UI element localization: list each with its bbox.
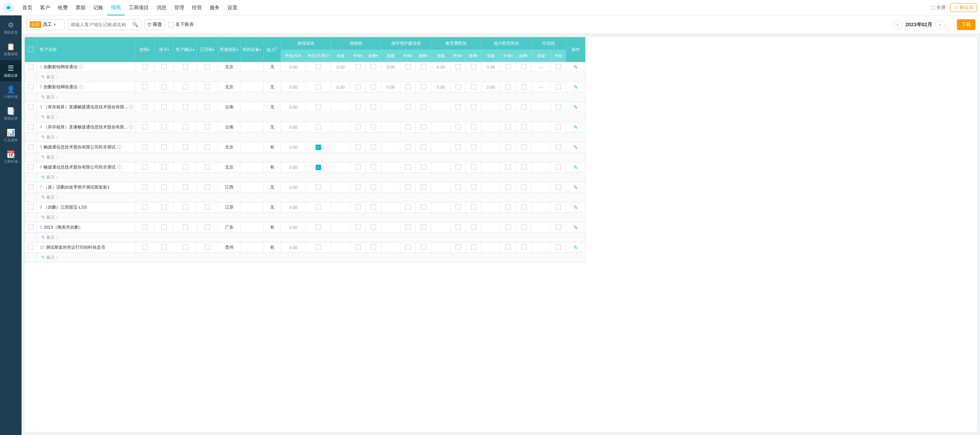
row-checkbox[interactable] [25, 122, 37, 132]
row-wanshui[interactable] [197, 182, 218, 192]
row-cs-sb[interactable] [400, 142, 416, 152]
row-edit[interactable]: ✎ [566, 182, 585, 192]
row-zz-sb[interactable] [350, 142, 366, 152]
row-checkbox[interactable] [25, 223, 37, 233]
row-caiwu-month[interactable] [306, 182, 331, 192]
row-zz-sb[interactable] [350, 162, 366, 172]
row-cs-sb[interactable] [400, 102, 416, 112]
row-wanshui[interactable] [197, 202, 218, 212]
row-edit[interactable]: ✎ [566, 162, 585, 172]
row-checkbox[interactable] [25, 243, 37, 253]
nav-charge[interactable]: 收费 [54, 0, 72, 15]
row-wanshui[interactable] [197, 82, 218, 92]
row-df-jf[interactable] [516, 102, 531, 112]
row-jy-jf[interactable] [466, 102, 481, 112]
row-yh-sb[interactable] [551, 62, 566, 72]
row-zz-jf[interactable] [366, 122, 381, 132]
row-qing[interactable] [155, 182, 174, 192]
row-caiwu-month[interactable] [306, 82, 331, 92]
row-yh-sb[interactable] [551, 102, 566, 112]
row-wanshui[interactable] [197, 223, 218, 233]
row-chao[interactable] [135, 162, 155, 172]
sidebar-item-jilu[interactable]: 📑 报税记录 [0, 103, 22, 125]
row-confirm[interactable] [174, 122, 197, 132]
row-jy-sb[interactable] [450, 202, 466, 212]
row-cs-sb[interactable] [400, 223, 416, 233]
row-chao[interactable] [135, 223, 155, 233]
row-cs-sb[interactable] [400, 202, 416, 212]
row-checkbox[interactable] [25, 102, 37, 112]
row-cs-sb[interactable] [400, 122, 416, 132]
row-cs-jf[interactable] [416, 182, 431, 192]
nav-settings[interactable]: 设置 [224, 0, 241, 15]
row-chao[interactable] [135, 182, 155, 192]
row-df-jf[interactable] [516, 223, 531, 233]
row-jy-sb[interactable] [450, 223, 466, 233]
row-zz-sb[interactable] [350, 182, 366, 192]
row-confirm[interactable] [174, 162, 197, 172]
nav-message[interactable]: 消息 [153, 0, 170, 15]
row-chao[interactable] [135, 142, 155, 152]
row-qing[interactable] [155, 223, 174, 233]
row-zz-jf[interactable] [366, 102, 381, 112]
row-wanshui[interactable] [197, 142, 218, 152]
row-cs-sb[interactable] [400, 62, 416, 72]
row-jy-sb[interactable] [450, 142, 466, 152]
row-caiwu-month[interactable] [306, 243, 331, 253]
row-yh-sb[interactable] [551, 162, 566, 172]
row-qing[interactable] [155, 202, 174, 212]
row-cs-jf[interactable] [416, 82, 431, 92]
prev-month-btn[interactable]: ‹ [893, 20, 903, 29]
row-zz-jf[interactable] [366, 82, 381, 92]
row-qing[interactable] [155, 243, 174, 253]
row-chao[interactable] [135, 82, 155, 92]
row-cs-sb[interactable] [400, 243, 416, 253]
nav-industry[interactable]: 工商项目 [125, 0, 153, 15]
table-container[interactable]: 客户名称 抄税▾ 清卡▾ 客户确认▾ 已完税▾ 所属地区▾ 税控设备▾ 收入C … [25, 37, 977, 432]
row-jy-sb[interactable] [450, 62, 466, 72]
row-cs-jf[interactable] [416, 223, 431, 233]
row-jy-sb[interactable] [450, 122, 466, 132]
nav-service[interactable]: 服务 [206, 0, 224, 15]
row-checkbox[interactable] [25, 62, 37, 72]
row-chao[interactable] [135, 243, 155, 253]
row-edit[interactable]: ✎ [566, 223, 585, 233]
row-zz-jf[interactable] [366, 142, 381, 152]
row-confirm[interactable] [174, 62, 197, 72]
row-caiwu-month[interactable] [306, 62, 331, 72]
row-cs-jf[interactable] [416, 162, 431, 172]
row-cs-sb[interactable] [400, 182, 416, 192]
row-df-jf[interactable] [516, 142, 531, 152]
row-jy-jf[interactable] [466, 202, 481, 212]
row-yh-sb[interactable] [551, 223, 566, 233]
row-confirm[interactable] [174, 223, 197, 233]
row-checkbox[interactable] [25, 182, 37, 192]
row-zz-sb[interactable] [350, 62, 366, 72]
row-jy-jf[interactable] [466, 82, 481, 92]
row-df-sb[interactable] [501, 202, 516, 212]
row-checkbox[interactable] [25, 162, 37, 172]
row-df-jf[interactable] [516, 243, 531, 253]
nav-manage[interactable]: 管理 [170, 0, 188, 15]
row-zz-jf[interactable] [366, 62, 381, 72]
row-zz-sb[interactable] [350, 102, 366, 112]
row-yh-sb[interactable] [551, 182, 566, 192]
search-input-box[interactable]: 🔍 [68, 19, 141, 30]
row-wanshui[interactable] [197, 122, 218, 132]
row-jy-jf[interactable] [466, 223, 481, 233]
employee-filter[interactable]: 全部 员工 ▾ [26, 19, 65, 30]
row-df-sb[interactable] [501, 142, 516, 152]
fullscreen-btn[interactable]: ⛶ 全屏 [931, 4, 946, 11]
nav-operate[interactable]: 经营 [188, 0, 206, 15]
row-qing[interactable] [155, 162, 174, 172]
row-confirm[interactable] [174, 82, 197, 92]
row-df-jf[interactable] [516, 202, 531, 212]
row-df-jf[interactable] [516, 182, 531, 192]
row-edit[interactable]: ✎ [566, 202, 585, 212]
row-df-jf[interactable] [516, 122, 531, 132]
sidebar-item-baoshui-jilan[interactable]: ☰ 报税记录 [0, 60, 22, 82]
row-df-sb[interactable] [501, 122, 516, 132]
row-zz-jf[interactable] [366, 162, 381, 172]
sidebar-item-gongnian[interactable]: 📆 工商年报 [0, 146, 22, 168]
row-zz-jf[interactable] [366, 202, 381, 212]
